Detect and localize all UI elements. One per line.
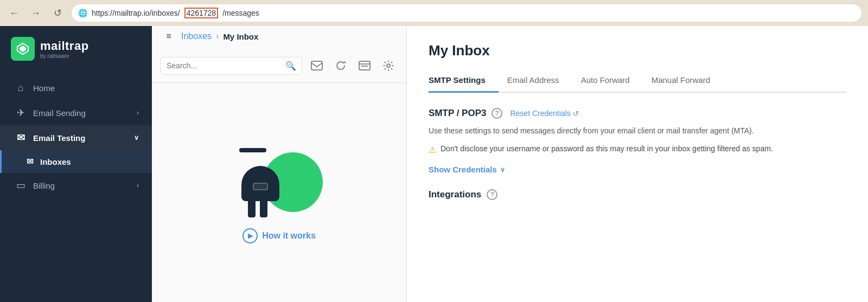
email-empty-state: ▶ How it works	[152, 83, 406, 302]
breadcrumb-current: My Inbox	[223, 32, 258, 41]
svg-marker-1	[20, 46, 26, 52]
illus-flag	[239, 148, 266, 152]
reset-credentials-label: Reset Credentials	[510, 109, 570, 118]
illus-box	[241, 166, 279, 201]
smtp-section-header: SMTP / POP3 ? Reset Credentials ↺	[429, 108, 846, 119]
breadcrumb-area: ≡ Inboxes › My Inbox	[152, 26, 406, 49]
tabs-container: SMTP Settings Email Address Auto Forward…	[429, 70, 846, 93]
integrations-help-icon[interactable]: ?	[487, 189, 497, 200]
reset-icon: ↺	[573, 110, 579, 118]
refresh-button[interactable]: ↺	[50, 5, 65, 21]
integrations-section: Integrations ?	[429, 189, 846, 200]
tab-auto-forward[interactable]: Auto Forward	[581, 70, 643, 93]
logo-sub: by railsware	[40, 53, 89, 59]
logo-icon	[11, 37, 35, 61]
sidebar-item-email-sending[interactable]: ✈ Email Sending ›	[0, 100, 152, 125]
smtp-description: Use these settings to send messages dire…	[429, 125, 846, 137]
play-icon: ▶	[242, 228, 258, 243]
search-icon: 🔍	[285, 61, 296, 71]
reset-credentials-button[interactable]: Reset Credentials ↺	[510, 109, 578, 118]
sidebar-item-home[interactable]: ⌂ Home	[0, 76, 152, 100]
address-bar[interactable]: 🌐 https://mailtrap.io/inboxes/4261728/me…	[72, 4, 861, 22]
chevron-right-icon: ›	[137, 109, 139, 117]
smtp-help-icon[interactable]: ?	[492, 108, 502, 119]
warning-box: ⚠ Don't disclose your username or passwo…	[429, 144, 846, 155]
tab-email-address[interactable]: Email Address	[507, 70, 572, 93]
email-sending-icon: ✈	[15, 107, 27, 119]
url-suffix: /messages	[222, 9, 259, 17]
url-prefix: https://mailtrap.io/inboxes/	[92, 9, 180, 17]
compose-button[interactable]	[308, 56, 326, 75]
breadcrumb-separator: ›	[216, 31, 219, 41]
how-it-works-label: How it works	[262, 231, 316, 241]
settings-button[interactable]	[379, 56, 398, 75]
filter-button[interactable]	[355, 56, 374, 75]
tab-smtp-settings[interactable]: SMTP Settings	[429, 70, 499, 93]
sidebar-nav: ⌂ Home ✈ Email Sending › ✉ Email Testing…	[0, 72, 152, 302]
logo-text: mailtrap by railsware	[40, 39, 89, 59]
sidebar-item-billing[interactable]: ▭ Billing ›	[0, 173, 152, 198]
refresh-inbox-button[interactable]	[331, 56, 350, 75]
svg-rect-3	[359, 61, 370, 70]
right-panel: My Inbox SMTP Settings Email Address Aut…	[407, 26, 868, 302]
sidebar-item-inboxes[interactable]: ✉ Inboxes	[0, 150, 152, 173]
content-area: ≡ Inboxes › My Inbox 🔍	[152, 26, 868, 302]
illus-leg-left	[248, 201, 256, 217]
sidebar-item-email-testing-label: Email Testing	[33, 133, 85, 143]
home-icon: ⌂	[15, 82, 27, 94]
svg-point-4	[387, 64, 390, 67]
browser-bar: ← → ↺ 🌐 https://mailtrap.io/inboxes/4261…	[0, 0, 868, 26]
sidebar-item-home-label: Home	[33, 83, 55, 93]
logo-name: mailtrap	[40, 39, 89, 53]
email-panel: ≡ Inboxes › My Inbox 🔍	[152, 26, 407, 302]
sidebar-item-email-sending-label: Email Sending	[33, 108, 86, 118]
warning-text: Don't disclose your username or password…	[441, 144, 773, 153]
logo-area: mailtrap by railsware	[0, 26, 152, 72]
billing-icon: ▭	[15, 179, 27, 191]
illus-leg-right	[260, 201, 267, 217]
credentials-chevron-icon: ∨	[500, 166, 505, 174]
illus-slot	[253, 183, 268, 190]
billing-chevron-icon: ›	[137, 182, 139, 189]
globe-icon: 🌐	[78, 9, 87, 17]
show-credentials-label: Show Credentials	[429, 165, 497, 174]
inboxes-icon: ✉	[27, 157, 34, 166]
inbox-title: My Inbox	[429, 42, 846, 59]
show-credentials-button[interactable]: Show Credentials ∨	[429, 165, 846, 174]
hamburger-button[interactable]: ≡	[161, 28, 177, 44]
sidebar: mailtrap by railsware ⌂ Home ✈ Email Sen…	[0, 26, 152, 302]
svg-rect-2	[311, 61, 322, 70]
email-panel-toolbar: 🔍	[152, 49, 406, 83]
integrations-title: Integrations	[429, 189, 481, 200]
forward-button[interactable]: →	[28, 5, 43, 21]
smtp-title: SMTP / POP3	[429, 108, 486, 119]
mailbox-illustration	[236, 142, 323, 217]
sidebar-item-inboxes-label: Inboxes	[40, 157, 71, 166]
sidebar-item-billing-label: Billing	[33, 181, 55, 190]
search-input[interactable]	[167, 61, 282, 70]
tab-manual-forward[interactable]: Manual Forward	[652, 70, 723, 93]
warning-icon: ⚠	[429, 145, 436, 155]
chevron-down-icon: ∨	[134, 134, 139, 142]
how-it-works-button[interactable]: ▶ How it works	[242, 228, 316, 243]
search-box[interactable]: 🔍	[161, 57, 302, 75]
url-inbox-id: 4261728	[184, 8, 219, 18]
email-testing-icon: ✉	[15, 132, 27, 144]
breadcrumb-parent[interactable]: Inboxes	[181, 31, 212, 41]
app-container: mailtrap by railsware ⌂ Home ✈ Email Sen…	[0, 26, 868, 302]
back-button[interactable]: ←	[7, 5, 22, 21]
sidebar-item-email-testing[interactable]: ✉ Email Testing ∨	[0, 125, 152, 150]
